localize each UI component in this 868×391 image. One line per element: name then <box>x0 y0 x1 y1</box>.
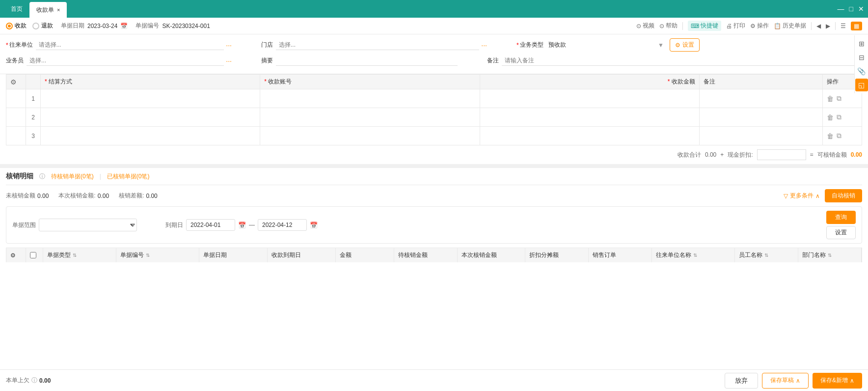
tab-current[interactable]: 收款单 × <box>29 2 67 18</box>
row3-note[interactable] <box>699 127 822 145</box>
summary-input[interactable] <box>276 56 458 66</box>
unit-ellipsis-btn[interactable]: ··· <box>226 41 232 49</box>
btn-video[interactable]: ⊙ 视频 <box>636 22 654 30</box>
note-input[interactable] <box>502 56 862 66</box>
row3-account[interactable] <box>260 127 480 145</box>
btn-history[interactable]: 📋 历史单据 <box>774 22 806 30</box>
staff-input[interactable] <box>27 56 224 66</box>
tab-current-label: 收款单 <box>36 6 54 14</box>
maximize-icon[interactable]: □ <box>849 5 853 13</box>
date-to-input[interactable] <box>258 219 307 231</box>
query-button[interactable]: 查询 <box>826 211 856 224</box>
row3-settle[interactable] <box>41 127 260 145</box>
auto-hexiao-button[interactable]: 自动核销 <box>825 189 862 202</box>
hexiao-tab2[interactable]: 已核销单据(0笔) <box>107 172 150 181</box>
date-field-group: 单据日期 2023-03-24 📅 <box>61 22 128 30</box>
staff-sort-icon[interactable]: ⇅ <box>764 252 768 258</box>
bottom-checkbox-all[interactable] <box>30 252 36 258</box>
row3-amount[interactable] <box>480 127 699 145</box>
settings-gear-icon: ⚙ <box>675 42 680 49</box>
view-grid-btn[interactable]: ▦ <box>851 22 862 30</box>
type-sort-icon[interactable]: ⇅ <box>73 252 77 258</box>
bottom-checkbox-col[interactable] <box>26 248 43 262</box>
tab-close-icon[interactable]: × <box>57 7 60 13</box>
date-from-input[interactable] <box>186 219 235 231</box>
footer-info: 本单上欠 ⓘ 0.00 <box>6 376 51 385</box>
bottom-date-col: 单据日期 <box>199 248 268 262</box>
save-draft-button[interactable]: 保存草稿 ∧ <box>762 373 809 389</box>
number-sort-icon[interactable]: ⇅ <box>146 252 150 258</box>
range-select-input[interactable] <box>39 219 137 231</box>
radio-tuikuan[interactable]: 退款 <box>32 22 53 30</box>
row2-account[interactable] <box>260 108 480 127</box>
business-type-chevron[interactable]: ▼ <box>658 42 664 49</box>
stat3-value: 0.00 <box>146 193 157 199</box>
row1-amount[interactable] <box>480 89 699 108</box>
hexiao-info-icon[interactable]: ⓘ <box>39 172 45 181</box>
col-account-header: * 收款账号 <box>260 75 480 89</box>
close-icon[interactable]: ✕ <box>858 5 864 13</box>
view-list-btn[interactable]: ☰ <box>841 23 846 29</box>
calendar-from-icon[interactable]: 📅 <box>238 222 246 229</box>
btn-print[interactable]: 🖨 打印 <box>726 22 745 30</box>
abandon-button[interactable]: 放弃 <box>725 373 758 389</box>
row1-account[interactable] <box>260 89 480 108</box>
table-gear-icon[interactable]: ⚙ <box>10 78 17 86</box>
nav-left-btn[interactable]: ◀ <box>816 23 821 29</box>
unit-input[interactable] <box>36 40 224 50</box>
settings-small-button[interactable]: 设置 <box>826 226 856 239</box>
footer: 本单上欠 ⓘ 0.00 放弃 保存草稿 ∧ 保存&新增 ∧ <box>0 369 868 391</box>
row3-delete-icon[interactable]: 🗑 <box>827 132 834 140</box>
bottom-gear-col[interactable]: ⚙ <box>6 248 26 262</box>
btn-help-label: 帮助 <box>666 22 678 30</box>
bottom-due-col: 收款到期日 <box>268 248 336 262</box>
staff-ellipsis-btn[interactable]: ··· <box>226 57 232 65</box>
hexiao-tab1[interactable]: 待核销单据(0笔) <box>51 172 94 181</box>
col-gear[interactable]: ⚙ <box>6 75 26 89</box>
calendar-icon[interactable]: 📅 <box>120 23 128 29</box>
store-ellipsis-btn[interactable]: ··· <box>481 41 487 49</box>
summary-field: 摘要 <box>261 56 458 66</box>
calendar-to-icon[interactable]: 📅 <box>310 222 318 229</box>
right-panel-icon2[interactable]: ⊟ <box>855 51 868 64</box>
bottom-gear-icon[interactable]: ⚙ <box>10 252 16 259</box>
number-value: SK-20230324-001 <box>162 23 210 29</box>
more-conditions-btn[interactable]: ▽ 更多条件 ∧ <box>784 192 820 200</box>
stat1-label: 未核销金额 <box>6 192 35 200</box>
table-container: ⚙ * 结算方式 * 收款账号 * 收款金额 备注 <box>0 74 868 145</box>
dept-sort-icon[interactable]: ⇅ <box>828 252 832 258</box>
settings-button[interactable]: ⚙ 设置 <box>670 38 700 52</box>
tab-home[interactable]: 首页 <box>4 0 29 18</box>
nav-right-btn[interactable]: ▶ <box>826 23 830 29</box>
number-label: 单据编号 <box>136 22 159 30</box>
row3-copy-icon[interactable]: ⧉ <box>837 132 841 140</box>
btn-action[interactable]: ⚙ 操作 <box>750 22 769 30</box>
right-panel-icon1[interactable]: ⊞ <box>855 37 868 50</box>
row2-settle[interactable] <box>41 108 260 127</box>
business-required: * <box>516 42 519 49</box>
row1-settle[interactable] <box>41 89 260 108</box>
store-input[interactable] <box>276 40 479 50</box>
row2-note[interactable] <box>699 108 822 127</box>
btn-shortcut[interactable]: ⌨ 快捷键 <box>688 21 721 31</box>
save-new-button[interactable]: 保存&新增 ∧ <box>813 373 862 389</box>
footer-info-icon[interactable]: ⓘ <box>31 376 37 385</box>
summary-discount-input[interactable] <box>757 149 806 160</box>
radio-shoukuan[interactable]: 收款 <box>6 22 27 30</box>
row2-amount[interactable] <box>480 108 699 127</box>
btn-help[interactable]: ⊙ 帮助 <box>659 22 678 30</box>
partner-sort-icon[interactable]: ⇅ <box>693 252 697 258</box>
row2-copy-icon[interactable]: ⧉ <box>837 113 841 121</box>
right-panel-icon3[interactable]: 📎 <box>855 65 868 78</box>
bottom-partner-col: 往来单位名称 ⇅ <box>652 248 735 262</box>
row1-note[interactable] <box>699 89 822 108</box>
row1-copy-icon[interactable]: ⧉ <box>837 94 841 103</box>
hexiao-header: 核销明细 ⓘ 待核销单据(0笔) | 已核销单据(0笔) <box>6 168 862 185</box>
right-panel-icon4[interactable]: ◱ <box>855 79 868 91</box>
row1-delete-icon[interactable]: 🗑 <box>827 95 834 103</box>
footer-actions: 放弃 保存草稿 ∧ 保存&新增 ∧ <box>725 373 862 389</box>
hexiao-tab-divider: | <box>100 173 101 180</box>
row2-delete-icon[interactable]: 🗑 <box>827 113 834 121</box>
section-divider <box>0 164 868 168</box>
minimize-icon[interactable]: — <box>838 5 844 13</box>
